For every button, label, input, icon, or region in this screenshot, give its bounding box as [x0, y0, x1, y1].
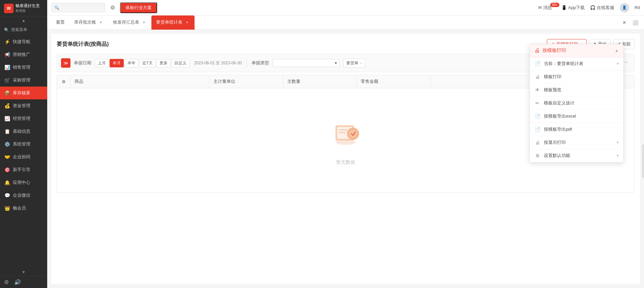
maximize-button[interactable]: ⬜	[631, 18, 640, 27]
chip-close-icon[interactable]: ×	[360, 61, 362, 65]
sidebar-item-appstore[interactable]: 🔔 应用中心	[0, 176, 47, 189]
sidebar-item-vip[interactable]: 👑 畅会员	[0, 202, 47, 215]
sidebar-item-quick-nav[interactable]: ⚡ 快捷导航	[0, 35, 47, 48]
tab-batch-account[interactable]: 库存批次账 ×	[69, 15, 108, 30]
filter-divider	[246, 59, 247, 67]
username-label[interactable]: Rit	[635, 5, 640, 10]
date-custom[interactable]: 自定义	[171, 59, 189, 67]
dropdown-item-template-print[interactable]: 🖨 模板打印	[530, 70, 623, 84]
basic-icon: 📋	[4, 128, 10, 134]
dropdown-current-left: 📄 当前：要货单统计表	[534, 61, 583, 67]
inventory-icon: 📦	[4, 90, 10, 96]
operation-icon: 📈	[4, 116, 10, 122]
sidebar-nav: ⚡ 快捷导航 📢 营销推广 📊 销售管理 🛒 采购管理 📦 库存核算 💰 资金管…	[0, 35, 47, 268]
date-this-year[interactable]: 本年	[124, 59, 139, 67]
template-print-item-label: 模板打印	[544, 74, 561, 80]
sidebar-item-label: 基础信息	[13, 128, 30, 134]
sidebar-item-finance[interactable]: 💰 资金管理	[0, 99, 47, 112]
sidebar-item-label: 快捷导航	[13, 39, 30, 45]
dropdown-item-export-pdf[interactable]: 📄 按模板导出pdf	[530, 123, 623, 136]
date-last-month[interactable]: 上月	[95, 59, 109, 67]
sidebar-item-label: 企业协同	[13, 154, 30, 160]
dropdown-display-print[interactable]: 🖨 按显示打印 ▾	[530, 136, 623, 149]
settings-icon[interactable]: ⚙	[4, 279, 9, 285]
scroll-up-button[interactable]: ▲	[0, 17, 47, 24]
sidebar-item-sales[interactable]: 📊 销售管理	[0, 61, 47, 74]
topbar-right: ✉ 消息 99+ 📱 App下载 🎧 在线客服 👤 Rit	[538, 3, 640, 12]
sidebar-item-inventory[interactable]: 📦 库存核算	[0, 87, 47, 99]
sidebar-item-operation[interactable]: 📈 经营管理	[0, 112, 47, 125]
tab-home[interactable]: 首页	[51, 15, 69, 30]
tab-order-stats[interactable]: 要货单统计表 ×	[151, 15, 195, 30]
scroll-down-button[interactable]: ▼	[0, 268, 47, 276]
purchase-icon: 🛒	[4, 77, 10, 83]
sidebar-item-newbie[interactable]: 🎯 新手引导	[0, 163, 47, 176]
dropdown-current-template[interactable]: 📄 当前：要货单统计表 ▾	[530, 57, 623, 70]
sidebar-item-system[interactable]: ⚙️ 系统管理	[0, 138, 47, 151]
svg-rect-6	[339, 132, 346, 133]
online-service-button[interactable]: 🎧 在线客服	[590, 5, 614, 11]
tab-receipt-summary[interactable]: 收发存汇总表 ×	[108, 15, 151, 30]
topbar-gear-button[interactable]: ⚙	[108, 3, 117, 12]
message-button[interactable]: ✉ 消息 99+	[538, 5, 556, 11]
app-download-icon: 📱	[561, 5, 567, 10]
order-goods-chip[interactable]: 要货单 ×	[343, 59, 365, 68]
app-download-label: App下载	[568, 5, 585, 11]
tabbar-actions: ✕ ⬜	[620, 18, 640, 27]
close-all-tabs-button[interactable]: ✕	[620, 18, 629, 27]
trial-button[interactable]: 体验行业方案	[120, 2, 157, 13]
sidebar-item-basic[interactable]: 📋 基础信息	[0, 125, 47, 138]
display-print-icon: 🖨	[534, 140, 540, 145]
dropdown-header[interactable]: 🖨 按模板打印 ▲	[530, 44, 623, 57]
user-avatar[interactable]: 👤	[620, 3, 629, 12]
topbar-search-icon: 🔍	[54, 5, 59, 10]
tab-order-stats-label: 要货单统计表	[156, 19, 182, 25]
dropdown-item-template-design[interactable]: ✏ 模板自定义设计	[530, 97, 623, 110]
scrollbar[interactable]	[642, 144, 644, 178]
dropdown-current-label: 当前：要货单统计表	[544, 61, 583, 67]
sidebar-item-marketing[interactable]: 📢 营销推广	[0, 48, 47, 61]
tab-receipt-summary-close[interactable]: ×	[141, 20, 147, 25]
topbar-search[interactable]: 🔍	[51, 3, 105, 12]
dropdown-title: 按模板打印	[543, 47, 566, 54]
search-menu-item[interactable]: 🔍 搜索菜单	[0, 24, 47, 35]
date-this-month[interactable]: 本月	[110, 59, 124, 67]
tab-batch-account-close[interactable]: ×	[98, 20, 104, 25]
marketing-icon: 📢	[4, 52, 10, 58]
tab-order-stats-close[interactable]: ×	[184, 20, 190, 25]
order-type-label: 单据类型	[252, 60, 269, 66]
sidebar-logo: W 畅康通好生意 标准版	[0, 0, 47, 17]
document-icon: 📄	[534, 61, 540, 66]
filter-toggle-button[interactable]: ≫	[61, 58, 70, 68]
template-print-item-icon: 🖨	[534, 74, 540, 79]
export-pdf-label: 按模板导出pdf	[544, 126, 572, 132]
sidebar-item-purchase[interactable]: 🛒 采购管理	[0, 74, 47, 87]
message-badge: 99+	[550, 3, 559, 7]
topbar-search-placeholder	[61, 5, 89, 10]
appstore-icon: 🔔	[4, 180, 10, 186]
dropdown-item-template-preview[interactable]: 👁 模板预览	[530, 84, 623, 97]
sidebar-item-collab[interactable]: 🤝 企业协同	[0, 151, 47, 163]
date-more[interactable]: 更多	[156, 59, 171, 67]
date-range-display: 2023-06-01 至 2023-06-30	[194, 60, 242, 66]
dropdown-item-export-excel[interactable]: 📄 按模板导出excel	[530, 110, 623, 123]
sidebar-item-label: 库存核算	[13, 90, 30, 96]
chevron-down-icon: ▾	[335, 61, 337, 65]
vip-icon: 👑	[4, 205, 10, 211]
display-print-label: 按显示打印	[544, 139, 566, 146]
search-menu-label: 搜索菜单	[11, 27, 27, 33]
sidebar-item-wechat[interactable]: 💬 企业微信	[0, 189, 47, 202]
design-icon: ✏	[534, 100, 540, 106]
empty-text: 暂无数据	[336, 159, 355, 165]
dropdown-set-default[interactable]: ⚙ 设置默认功能 ▾	[530, 149, 623, 162]
audio-icon[interactable]: 🔊	[14, 279, 21, 285]
tab-home-label: 首页	[56, 19, 65, 25]
date-last-7days[interactable]: 近7天	[139, 59, 156, 67]
empty-illustration	[329, 115, 362, 155]
app-logo-icon: W	[4, 4, 13, 13]
th-settings[interactable]: ⚙	[57, 76, 70, 88]
app-download-button[interactable]: 📱 App下载	[561, 5, 585, 11]
th-unit: 主计量单位	[209, 75, 283, 88]
order-type-select[interactable]: ▾	[272, 59, 340, 67]
printer-dropdown-icon: 🖨	[534, 47, 540, 54]
